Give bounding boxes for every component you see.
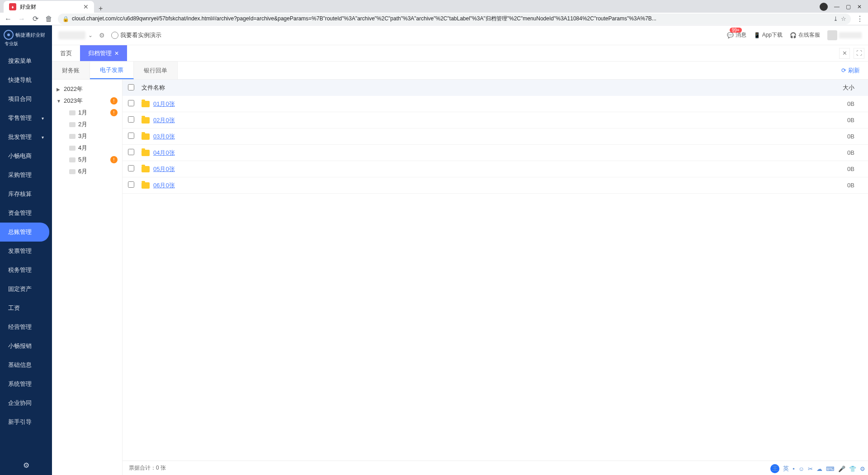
- tree-year-2023[interactable]: ▼ 2023年 !: [54, 95, 120, 107]
- row-checkbox[interactable]: [128, 181, 134, 188]
- gear-icon[interactable]: ⚙: [99, 32, 105, 39]
- file-size: 0B: [831, 133, 863, 140]
- ime-logo-icon[interactable]: 王: [770, 464, 779, 473]
- tab-close-icon[interactable]: ✕: [83, 3, 89, 10]
- messages-button[interactable]: 99+ 💬 消息: [727, 31, 746, 39]
- forward-button[interactable]: →: [17, 15, 26, 23]
- file-link[interactable]: 03月0张: [153, 133, 175, 141]
- sidebar-item-project[interactable]: 项目合同: [0, 90, 52, 109]
- app-download-button[interactable]: 📱 App下载: [754, 31, 783, 39]
- inner-tabs: 财务账 电子发票 银行回单 ⟳ 刷新: [52, 62, 868, 80]
- tree-month-1[interactable]: 1月 !: [54, 107, 120, 119]
- phone-icon: 📱: [754, 32, 760, 38]
- ime-lang[interactable]: 英: [783, 465, 789, 473]
- sidebar-item-assets[interactable]: 固定资产: [0, 280, 52, 299]
- minimize-button[interactable]: —: [834, 4, 840, 10]
- org-selector[interactable]: ⌄: [58, 31, 93, 39]
- url-text: cloud.chanjet.com/cc/u6d89qwnryel/57bfsk…: [72, 15, 830, 23]
- tab-archive[interactable]: 归档管理 ✕: [80, 45, 127, 61]
- maximize-button[interactable]: ▢: [846, 4, 851, 10]
- alert-icon: !: [110, 109, 118, 116]
- row-checkbox[interactable]: [128, 165, 134, 171]
- sidebar-item-purchase[interactable]: 采购管理: [0, 166, 52, 185]
- file-link[interactable]: 02月0张: [153, 116, 175, 124]
- ime-scissors-icon[interactable]: ✂: [808, 466, 813, 472]
- inner-tab-finance[interactable]: 财务账: [52, 62, 90, 79]
- tree-month-4[interactable]: 4月: [54, 142, 120, 154]
- sidebar-item-retail[interactable]: 零售管理▾: [0, 109, 52, 128]
- ime-skin-icon[interactable]: 👕: [849, 466, 856, 472]
- folder-icon: [69, 146, 75, 151]
- file-link[interactable]: 01月0张: [153, 100, 175, 108]
- sidebar-item-invoice[interactable]: 发票管理: [0, 242, 52, 261]
- file-link[interactable]: 05月0张: [153, 165, 175, 173]
- url-field[interactable]: 🔒 cloud.chanjet.com/cc/u6d89qwnryel/57bf…: [58, 14, 851, 24]
- file-link[interactable]: 04月0张: [153, 149, 175, 157]
- file-size: 0B: [831, 117, 863, 124]
- close-window-button[interactable]: ✕: [857, 4, 862, 10]
- folder-icon: [142, 182, 150, 189]
- tree-label: 6月: [78, 167, 87, 176]
- support-button[interactable]: 🎧 在线客服: [790, 31, 820, 39]
- close-all-tabs-button[interactable]: ✕: [839, 48, 850, 59]
- incognito-icon[interactable]: ◐: [820, 3, 828, 11]
- ime-punct-icon[interactable]: •: [793, 466, 795, 472]
- inner-tab-bank[interactable]: 银行回单: [134, 62, 178, 79]
- bookmark-icon[interactable]: ☆: [841, 15, 846, 22]
- sidebar-item-guide[interactable]: 新手引导: [0, 413, 52, 432]
- logo-brand: 畅捷通好业财: [15, 32, 45, 38]
- install-app-icon[interactable]: ⤓: [833, 15, 838, 22]
- ime-emoji-icon[interactable]: ☺: [798, 466, 804, 472]
- tree-year-2022[interactable]: ▶ 2022年: [54, 83, 120, 95]
- headset-icon: 🎧: [790, 32, 797, 38]
- tree-month-2[interactable]: 2月: [54, 119, 120, 130]
- sidebar-item-quicknav[interactable]: 快捷导航: [0, 71, 52, 90]
- sidebar-item-tax[interactable]: 税务管理: [0, 261, 52, 280]
- tab-home[interactable]: 首页: [52, 45, 80, 61]
- sidebar-item-basic[interactable]: 基础信息: [0, 356, 52, 375]
- ime-mic-icon[interactable]: 🎤: [838, 466, 845, 472]
- workspace: ▶ 2022年 ▼ 2023年 ! 1月 ! 2: [52, 80, 868, 475]
- sidebar-item-collab[interactable]: 企业协同: [0, 394, 52, 413]
- back-button[interactable]: ←: [4, 15, 13, 23]
- demo-link[interactable]: 我要看实例演示: [111, 31, 161, 39]
- refresh-button[interactable]: ⟳ 刷新: [833, 66, 868, 75]
- sidebar-item-search[interactable]: 搜索菜单: [0, 52, 52, 71]
- message-icon: 💬: [727, 32, 734, 38]
- new-tab-button[interactable]: +: [94, 5, 107, 13]
- col-name-header: 文件名称: [142, 84, 831, 92]
- sidebar-item-business[interactable]: 经营管理: [0, 318, 52, 337]
- tab-close-icon[interactable]: ✕: [114, 50, 119, 57]
- browser-menu-icon[interactable]: ⋮: [855, 14, 864, 23]
- browser-tab[interactable]: ♦ 好业财 ✕: [4, 1, 94, 13]
- tree-month-5[interactable]: 5月 !: [54, 154, 120, 166]
- row-checkbox[interactable]: [128, 149, 134, 155]
- tree-label: 5月: [78, 156, 87, 164]
- ime-cloud-icon[interactable]: ☁: [816, 466, 822, 472]
- sidebar-item-expense[interactable]: 小畅报销: [0, 337, 52, 356]
- table-row: 04月0张 0B: [123, 145, 868, 161]
- sidebar-item-inventory[interactable]: 库存核算: [0, 185, 52, 204]
- sidebar-item-ledger[interactable]: 总账管理: [0, 223, 49, 242]
- reload-button[interactable]: ⟳: [31, 14, 40, 23]
- tree-month-3[interactable]: 3月: [54, 130, 120, 142]
- ime-settings-icon[interactable]: ⚙: [860, 466, 865, 472]
- row-checkbox[interactable]: [128, 116, 134, 123]
- file-link[interactable]: 06月0张: [153, 181, 175, 190]
- select-all-checkbox[interactable]: [128, 84, 134, 90]
- sidebar-settings-button[interactable]: ⚙: [0, 456, 52, 475]
- fullscreen-button[interactable]: ⛶: [854, 48, 864, 59]
- sidebar-item-wholesale[interactable]: 批发管理▾: [0, 128, 52, 147]
- sidebar-item-salary[interactable]: 工资: [0, 299, 52, 318]
- inner-tab-einvoice[interactable]: 电子发票: [90, 62, 134, 79]
- delete-icon[interactable]: 🗑: [44, 15, 53, 23]
- user-menu[interactable]: [827, 30, 862, 40]
- row-checkbox[interactable]: [128, 100, 134, 106]
- row-checkbox[interactable]: [128, 133, 134, 139]
- sidebar-item-system[interactable]: 系统管理: [0, 375, 52, 394]
- tree-month-6[interactable]: 6月: [54, 166, 120, 177]
- folder-icon: [142, 133, 150, 140]
- sidebar-item-funds[interactable]: 资金管理: [0, 204, 52, 223]
- sidebar-item-ecommerce[interactable]: 小畅电商: [0, 147, 52, 166]
- ime-keyboard-icon[interactable]: ⌨: [826, 466, 835, 472]
